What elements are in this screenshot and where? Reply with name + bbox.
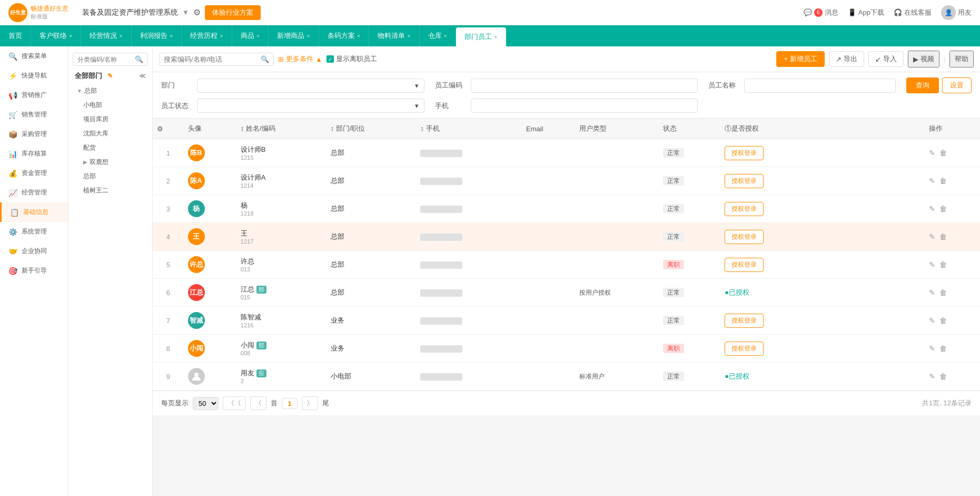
nav-tab-close-利润报告[interactable]: × — [170, 33, 173, 39]
edit-icon[interactable]: ✎ — [929, 316, 935, 325]
user-info[interactable]: 👤 用友 — [941, 5, 972, 20]
nav-tab-条码方案[interactable]: 条码方案 × — [319, 25, 369, 46]
prev-page-btn[interactable]: 〈 — [250, 396, 266, 410]
sidebar-item-销售管理[interactable]: 🛒销售管理 — [0, 105, 68, 124]
auth-btn[interactable]: 授权登录 — [725, 146, 764, 160]
import-button[interactable]: ↙ 导入 — [868, 51, 904, 67]
col-name[interactable]: ↕ 姓名/编码 — [236, 119, 326, 139]
sidebar-item-库存核算[interactable]: 📊库存核算 — [0, 144, 68, 163]
nav-tab-部门员工[interactable]: 部门员工 × — [456, 27, 506, 46]
more-filters-btn[interactable]: ⊞ 更多条件 ▲ — [278, 54, 322, 64]
sidebar-item-营销推广[interactable]: 📢营销推广 — [0, 85, 68, 105]
nav-tab-close-经营历程[interactable]: × — [220, 33, 223, 39]
toolbar-search-input[interactable] — [164, 55, 259, 63]
edit-icon[interactable]: ✎ — [929, 288, 935, 297]
nav-tab-仓库[interactable]: 仓库 × — [420, 25, 456, 46]
view-button[interactable]: ▶ 视频 — [908, 51, 939, 67]
edit-icon[interactable]: ✎ — [929, 205, 935, 213]
next-page-btn[interactable]: 〉 — [302, 396, 318, 410]
nav-tab-close-物料清单[interactable]: × — [407, 33, 410, 39]
col-dept[interactable]: ↕ 部门/职位 — [326, 119, 417, 139]
auth-btn[interactable]: 授权登录 — [725, 230, 764, 244]
emp-status-select[interactable]: ▾ — [197, 99, 424, 113]
dept-node-总部[interactable]: ▼总部 — [68, 84, 152, 98]
dept-filter-select[interactable]: ▾ — [197, 79, 424, 93]
delete-icon[interactable]: 🗑 — [939, 288, 947, 297]
dept-node-小电部[interactable]: 小电部 — [68, 98, 152, 112]
nav-tab-商品[interactable]: 商品 × — [232, 25, 269, 46]
edit-icon[interactable]: ✎ — [929, 177, 935, 185]
sidebar-item-经营管理[interactable]: 📈经营管理 — [0, 183, 68, 202]
trial-button[interactable]: 体验行业方案 — [205, 5, 261, 20]
edit-icon[interactable]: ✎ — [929, 232, 935, 241]
nav-tab-经营情况[interactable]: 经营情况 × — [81, 25, 131, 46]
show-resigned-toggle[interactable]: ✓ 显示离职员工 — [326, 54, 377, 64]
delete-icon[interactable]: 🗑 — [939, 316, 947, 325]
sidebar-item-系统管理[interactable]: ⚙️系统管理 — [0, 222, 68, 241]
nav-tab-close-客户联络[interactable]: × — [69, 33, 72, 39]
delete-icon[interactable]: 🗑 — [939, 149, 947, 157]
dept-search-input[interactable] — [77, 56, 133, 63]
nav-tab-close-条码方案[interactable]: × — [357, 33, 360, 39]
delete-icon[interactable]: 🗑 — [939, 344, 947, 353]
sidebar-item-搜索菜单[interactable]: 🔍搜索菜单 — [0, 46, 68, 66]
dept-collapse-icon[interactable]: ≪ — [139, 72, 146, 80]
delete-icon[interactable]: 🗑 — [939, 177, 947, 185]
nav-tab-客户联络[interactable]: 客户联络 × — [31, 25, 81, 46]
delete-icon[interactable]: 🗑 — [939, 232, 947, 241]
app-download-btn[interactable]: 📱 App下载 — [848, 8, 884, 17]
edit-icon[interactable]: ✎ — [929, 260, 935, 269]
phone-input[interactable] — [471, 99, 698, 113]
query-button[interactable]: 查询 — [906, 77, 939, 93]
message-btn[interactable]: 💬 6 消息 — [804, 8, 838, 17]
nav-tab-close-部门员工[interactable]: × — [494, 34, 497, 40]
nav-tab-首页[interactable]: 首页 — [0, 25, 31, 46]
delete-icon[interactable]: 🗑 — [939, 260, 947, 269]
dept-node-沈阳大库[interactable]: 沈阳大库 — [68, 127, 152, 141]
sidebar-item-采购管理[interactable]: 📦采购管理 — [0, 124, 68, 144]
edit-icon[interactable]: ✎ — [929, 344, 935, 353]
auth-btn[interactable]: 授权登录 — [725, 174, 764, 188]
nav-tab-close-仓库[interactable]: × — [444, 33, 447, 39]
online-service-btn[interactable]: 🎧 在线客服 — [894, 8, 932, 17]
dept-edit-icon[interactable]: ✎ — [107, 72, 113, 80]
col-phone[interactable]: ↕ 手机 — [416, 119, 522, 139]
export-button[interactable]: ↗ 导出 — [829, 51, 864, 67]
nav-tab-close-商品[interactable]: × — [256, 33, 260, 39]
auth-btn[interactable]: 授权登录 — [725, 258, 764, 272]
add-employee-button[interactable]: + 新增员工 — [776, 51, 824, 67]
auth-btn[interactable]: 授权登录 — [725, 342, 764, 356]
nav-tab-经营历程[interactable]: 经营历程 × — [182, 25, 232, 46]
emp-code-input[interactable] — [471, 79, 698, 93]
sidebar-item-基础信息[interactable]: 📋基础信息 — [0, 202, 68, 222]
dept-tree-all[interactable]: 全部部门 ✎ ≪ — [68, 68, 152, 84]
dept-node-项目库房[interactable]: 项目库房 — [68, 112, 152, 127]
sidebar-item-新手引导[interactable]: 🎯新手引导 — [0, 261, 68, 280]
delete-icon[interactable]: 🗑 — [939, 205, 947, 213]
end-page-btn[interactable]: 尾 — [322, 398, 329, 408]
dept-node-配货[interactable]: 配货 — [68, 141, 152, 155]
nav-tab-利润报告[interactable]: 利润报告 × — [132, 25, 182, 46]
nav-tab-新增商品[interactable]: 新增商品 × — [269, 25, 319, 46]
emp-name-input[interactable] — [744, 79, 896, 93]
help-button[interactable]: 帮助 — [949, 51, 974, 67]
per-page-select[interactable]: 50 — [193, 397, 219, 410]
dept-node-双鹿想[interactable]: ▶双鹿想 — [68, 155, 152, 169]
edit-icon[interactable]: ✎ — [929, 149, 935, 157]
sidebar-item-企业协同[interactable]: 🤝企业协同 — [0, 241, 68, 261]
auth-btn[interactable]: 授权登录 — [725, 314, 764, 328]
auth-btn[interactable]: 授权登录 — [725, 202, 764, 216]
settings-icon[interactable]: ⚙ — [193, 7, 201, 17]
nav-tab-物料清单[interactable]: 物料清单 × — [369, 25, 419, 46]
sys-dropdown-icon[interactable]: ▼ — [182, 8, 189, 16]
edit-icon[interactable]: ✎ — [929, 372, 935, 381]
dept-node-植树王二[interactable]: 植树王二 — [68, 183, 152, 198]
delete-icon[interactable]: 🗑 — [939, 372, 947, 381]
sidebar-item-快捷导航[interactable]: ⚡快捷导航 — [0, 66, 68, 85]
set-button[interactable]: 设置 — [942, 77, 972, 93]
first-page-btn[interactable]: 〈〈 — [223, 396, 246, 410]
col-settings[interactable]: ⚙ — [153, 119, 184, 139]
nav-tab-close-新增商品[interactable]: × — [306, 33, 310, 39]
nav-tab-close-经营情况[interactable]: × — [119, 33, 122, 39]
dept-node-总部[interactable]: 总部 — [68, 169, 152, 183]
